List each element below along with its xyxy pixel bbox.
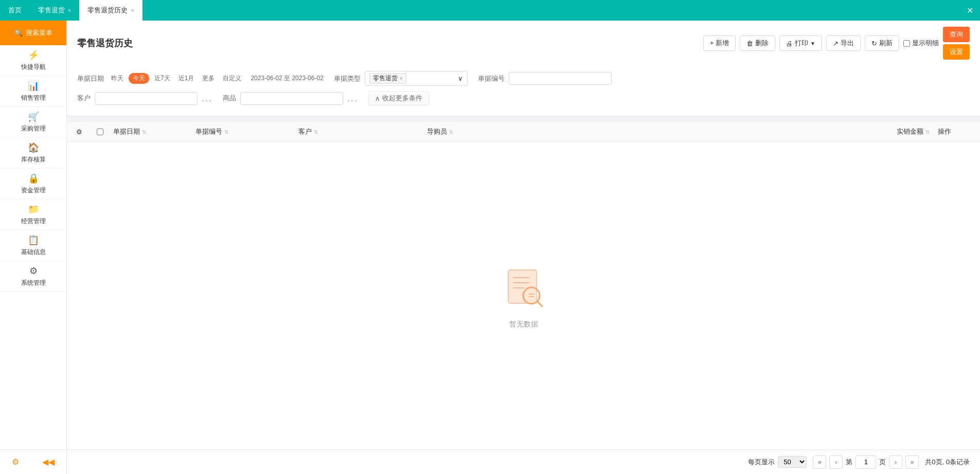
sidebar-sound-button[interactable]: ◀◀: [42, 457, 55, 467]
page-suffix: 页: [879, 458, 886, 467]
last-page-button[interactable]: »: [905, 455, 919, 469]
purchase-icon: 🛒: [28, 111, 39, 122]
th-customer[interactable]: 客户 ⇅: [294, 127, 423, 136]
main-layout: 🔍 搜索菜单 ⚡ 快捷导航 📊 销售管理 🛒 采购管理 🏠 库存核算 🔒 资金管…: [0, 21, 980, 474]
customer-input[interactable]: [95, 92, 198, 105]
sidebar-item-operations-label: 经营管理: [21, 217, 46, 226]
window-close-button[interactable]: ✕: [959, 0, 980, 21]
sidebar-item-quick-nav[interactable]: ⚡ 快捷导航: [0, 45, 66, 76]
inventory-icon: 🏠: [28, 142, 39, 153]
collapse-filter-button[interactable]: ∧ 收起更多条件: [368, 91, 429, 105]
delete-button[interactable]: 🗑 删除: [740, 35, 775, 51]
next-page-button[interactable]: ›: [889, 455, 902, 469]
svg-point-5: [526, 290, 537, 301]
bill-type-tag: 零售退货 ×: [369, 73, 406, 84]
th-date[interactable]: 单据日期 ⇅: [109, 127, 191, 136]
tab-retail-return-close[interactable]: ×: [68, 7, 71, 13]
empty-state: 暂无数据: [67, 142, 980, 449]
bill-no-label: 单据编号: [478, 74, 505, 83]
tab-retail-return-history-close[interactable]: ×: [131, 7, 134, 13]
filter-row-2: 客户 ... 商品 ... ∧ 收起更多条件: [77, 91, 970, 105]
date-btn-custom[interactable]: 自定义: [220, 73, 244, 84]
export-button-label: 导出: [841, 39, 854, 48]
empty-text: 暂无数据: [509, 320, 538, 329]
th-checkbox[interactable]: [93, 129, 109, 135]
new-button[interactable]: + 新增: [703, 35, 736, 51]
print-dropdown-icon: ▼: [810, 41, 815, 46]
sidebar-item-inventory[interactable]: 🏠 库存核算: [0, 138, 66, 169]
tab-retail-return-history[interactable]: 零售退货历史 ×: [79, 0, 142, 21]
select-all-checkbox[interactable]: [97, 129, 103, 135]
date-range-display: 2023-06-02 至 2023-06-02: [251, 74, 323, 83]
bill-type-tag-text: 零售退货: [373, 74, 398, 83]
sidebar-item-basic-info[interactable]: 📋 基础信息: [0, 230, 66, 261]
prev-page-button[interactable]: ‹: [829, 455, 843, 469]
th-guide-label: 导购员: [427, 127, 447, 136]
table-footer: 每页显示 10 20 50 100 « ‹ 第: [67, 449, 980, 474]
date-btn-yesterday[interactable]: 昨天: [108, 73, 127, 84]
refresh-button[interactable]: ↻ 刷新: [865, 35, 899, 51]
date-btn-1month[interactable]: 近1月: [175, 73, 198, 84]
sidebar-item-basic-info-label: 基础信息: [21, 248, 46, 257]
page-label: 第: [846, 458, 852, 467]
goods-input[interactable]: [240, 92, 343, 105]
print-button[interactable]: 🖨 打印 ▼: [779, 35, 822, 51]
amount-sort-icon: ⇅: [925, 129, 930, 135]
bill-type-tag-close[interactable]: ×: [400, 76, 403, 81]
export-icon: ↗: [833, 40, 839, 47]
date-btn-today[interactable]: 今天: [129, 73, 149, 84]
table-wrapper: ⚙ 单据日期 ⇅ 单据编号 ⇅ 客户 ⇅ 导购员: [67, 121, 980, 474]
th-op: 操作: [934, 127, 975, 136]
customer-more-icon[interactable]: ...: [202, 93, 212, 104]
date-filter-label: 单据日期: [77, 74, 104, 83]
sidebar: 🔍 搜索菜单 ⚡ 快捷导航 📊 销售管理 🛒 采购管理 🏠 库存核算 🔒 资金管…: [0, 21, 67, 474]
date-btn-more[interactable]: 更多: [199, 73, 218, 84]
export-button[interactable]: ↗ 导出: [826, 35, 861, 51]
show-detail-checkbox-label[interactable]: 显示明细: [903, 39, 939, 48]
goods-filter: 商品 ...: [223, 92, 358, 105]
page-title-row: 零售退货历史 + 新增 🗑 删除 🖨 打印 ▼ ↗: [77, 27, 970, 60]
sidebar-item-sales-label: 销售管理: [21, 94, 46, 102]
date-btn-7days[interactable]: 近7天: [151, 73, 173, 84]
page-number-input[interactable]: [856, 455, 876, 469]
tab-retail-return[interactable]: 零售退货 ×: [30, 0, 79, 21]
bill-type-dropdown-icon: ∨: [458, 75, 463, 82]
th-bill-no[interactable]: 单据编号 ⇅: [191, 127, 294, 136]
th-amount[interactable]: 实销金额 ⇅: [526, 127, 934, 136]
goods-more-icon[interactable]: ...: [347, 93, 358, 104]
query-button[interactable]: 查询: [943, 27, 970, 42]
last-page-icon: »: [911, 459, 914, 466]
tab-retail-return-label: 零售退货: [38, 6, 65, 15]
content-area: 零售退货历史 + 新增 🗑 删除 🖨 打印 ▼ ↗: [67, 21, 980, 474]
table-header: ⚙ 单据日期 ⇅ 单据编号 ⇅ 客户 ⇅ 导购员: [67, 121, 980, 142]
sidebar-item-operations[interactable]: 📁 经营管理: [0, 199, 66, 230]
sidebar-item-finance[interactable]: 🔒 资金管理: [0, 169, 66, 199]
settings-button[interactable]: 设置: [943, 44, 970, 60]
customer-filter-label: 客户: [77, 94, 91, 103]
th-settings[interactable]: ⚙: [72, 128, 93, 136]
sidebar-item-sales-mgmt[interactable]: 📊 销售管理: [0, 76, 66, 107]
bill-type-select[interactable]: 零售退货 × ∨: [365, 71, 468, 86]
sidebar-item-finance-label: 资金管理: [21, 186, 46, 195]
show-detail-label: 显示明细: [912, 39, 939, 48]
first-page-button[interactable]: «: [813, 455, 826, 469]
th-guide[interactable]: 导购员 ⇅: [423, 127, 526, 136]
pagination-nav: « ‹ 第 页 › »: [813, 455, 919, 469]
tab-home-label: 首页: [8, 6, 22, 15]
operations-icon: 📁: [28, 204, 39, 215]
sidebar-item-system-mgmt[interactable]: ⚙ 系统管理: [0, 261, 66, 292]
page-size-select[interactable]: 10 20 50 100: [778, 456, 807, 468]
th-bill-no-label: 单据编号: [195, 127, 222, 136]
tab-home[interactable]: 首页: [0, 0, 30, 21]
first-page-icon: «: [818, 459, 822, 466]
bill-no-input[interactable]: [509, 72, 612, 85]
sidebar-item-purchase-mgmt[interactable]: 🛒 采购管理: [0, 107, 66, 138]
show-detail-checkbox[interactable]: [903, 40, 910, 47]
settings-button-label: 设置: [950, 47, 963, 57]
bill-type-label: 单据类型: [334, 74, 361, 83]
refresh-button-label: 刷新: [879, 39, 893, 48]
svg-line-6: [537, 301, 542, 306]
sidebar-settings-button[interactable]: ⚙: [12, 457, 19, 467]
date-buttons: 昨天 今天 近7天 近1月 更多 自定义: [108, 73, 244, 84]
sidebar-search-button[interactable]: 🔍 搜索菜单: [0, 21, 66, 45]
